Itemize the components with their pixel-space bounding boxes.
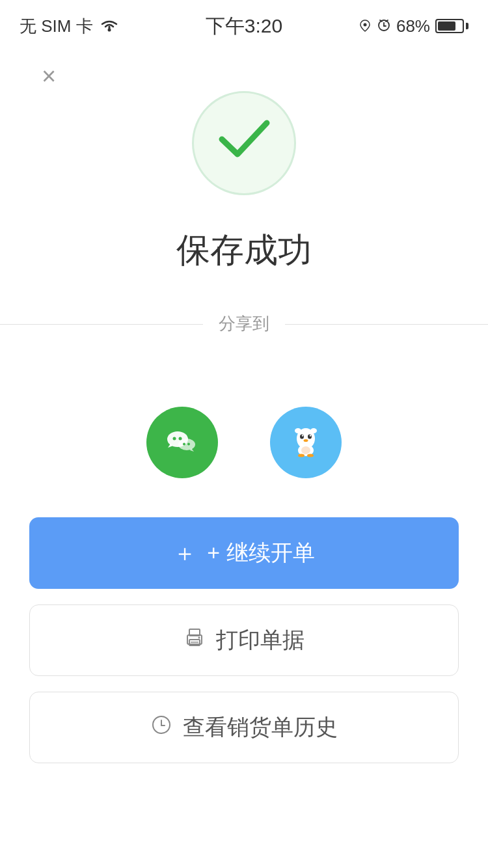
svg-point-15: [301, 446, 310, 454]
close-button[interactable]: ×: [33, 60, 65, 92]
print-button[interactable]: 打印单据: [29, 604, 459, 676]
svg-point-20: [304, 439, 308, 442]
status-right: 68%: [359, 16, 468, 36]
svg-point-24: [307, 454, 314, 457]
svg-point-9: [173, 437, 176, 441]
history-icon: [150, 714, 172, 741]
svg-point-30: [198, 637, 200, 639]
svg-point-12: [187, 443, 190, 446]
svg-point-16: [300, 435, 304, 439]
printer-icon: [183, 627, 206, 654]
status-left: 无 SIM 卡: [20, 15, 119, 38]
success-title: 保存成功: [176, 228, 312, 273]
wifi-icon: [100, 16, 119, 36]
qq-share-button[interactable]: [270, 407, 342, 478]
svg-point-8: [178, 439, 195, 450]
svg-point-18: [302, 435, 303, 436]
svg-point-10: [179, 437, 182, 441]
battery-percentage: 68%: [396, 16, 430, 36]
main-content: 保存成功 分享到: [0, 52, 488, 763]
share-label: 分享到: [203, 312, 285, 335]
share-icons: [146, 407, 342, 478]
status-bar: 无 SIM 卡 下午3:20 68%: [0, 0, 488, 52]
continue-order-button[interactable]: ＋ + 继续开单: [29, 517, 459, 589]
location-icon: [359, 16, 372, 36]
print-label: 打印单据: [216, 625, 305, 655]
battery-icon: [435, 19, 468, 33]
history-label: 查看销货单历史: [183, 712, 338, 742]
svg-point-21: [295, 428, 301, 433]
checkmark-icon: [217, 116, 272, 170]
svg-point-19: [310, 435, 311, 436]
history-button[interactable]: 查看销货单历史: [29, 692, 459, 763]
close-icon: ×: [42, 64, 56, 88]
svg-point-11: [183, 443, 185, 446]
svg-point-1: [363, 23, 366, 26]
alarm-icon: [377, 16, 391, 36]
svg-point-17: [308, 435, 312, 439]
status-time: 下午3:20: [206, 13, 282, 40]
wechat-share-button[interactable]: [146, 407, 218, 478]
svg-point-0: [107, 28, 111, 31]
svg-point-22: [310, 428, 317, 433]
action-buttons: ＋ + 继续开单 打印单据: [29, 517, 459, 763]
share-section: 分享到: [0, 312, 488, 335]
sim-text: 无 SIM 卡: [20, 15, 93, 38]
continue-order-label: + 继续开单: [207, 538, 314, 568]
success-circle: [192, 91, 296, 195]
plus-icon: ＋: [173, 537, 197, 569]
svg-point-23: [298, 454, 305, 457]
